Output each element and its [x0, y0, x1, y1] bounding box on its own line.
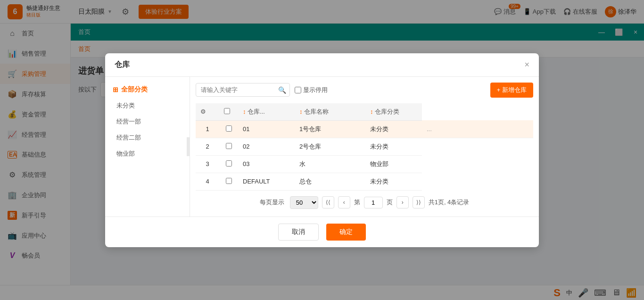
show-disabled-label[interactable]: 显示停用: [295, 86, 328, 94]
sort-name-icon: ↕: [299, 108, 303, 115]
cell-category: 物业部: [365, 155, 422, 173]
dialog-body: ⊞ 全部分类 未分类 经营一部 经营二部 物业部 《 🔍: [105, 77, 539, 217]
cell-actions[interactable]: ...: [422, 120, 533, 138]
col-header-name[interactable]: ↕ 仓库名称: [295, 103, 365, 121]
cell-code: 03: [238, 155, 295, 173]
table-body: 1 01 1号仓库 未分类 ... 2 02 2号仓库 未分类 3 03 水 物…: [196, 120, 533, 190]
table-row[interactable]: 4 DEFAULT 总仓 未分类: [196, 173, 533, 190]
pagination-row: 每页显示 50 10 20 100 ⟨⟨ ‹ 第 页 › ⟩⟩ 共1页, 4条记…: [196, 191, 533, 211]
col-header-check: [219, 103, 238, 121]
page-input[interactable]: [364, 197, 383, 208]
row-checkbox[interactable]: [226, 143, 232, 149]
page-next-button[interactable]: ›: [396, 196, 409, 208]
table-row[interactable]: 2 02 2号仓库 未分类: [196, 138, 533, 155]
category-item-2[interactable]: 经营二部: [105, 130, 190, 146]
category-collapse-button[interactable]: 《: [187, 137, 190, 156]
category-item-0[interactable]: 未分类: [105, 98, 190, 114]
page-size-select[interactable]: 50 10 20 100: [290, 196, 318, 209]
cell-code: 02: [238, 138, 295, 155]
warehouse-dialog: 仓库 × ⊞ 全部分类 未分类 经营一部 经营二部 物业部 《: [105, 53, 539, 247]
dialog-close-button[interactable]: ×: [524, 60, 529, 70]
category-item-3[interactable]: 物业部: [105, 146, 190, 162]
category-sidebar: ⊞ 全部分类 未分类 经营一部 经营二部 物业部 《: [105, 77, 190, 217]
row-checkbox[interactable]: [226, 178, 232, 184]
table-scroll: ⚙ ↕ 仓库... ↕: [196, 103, 533, 191]
dialog-title: 仓库: [115, 60, 130, 70]
col-header-code[interactable]: ↕ 仓库...: [238, 103, 295, 121]
search-input[interactable]: [196, 83, 290, 97]
table-row[interactable]: 1 01 1号仓库 未分类 ...: [196, 120, 533, 138]
dialog-overlay: 仓库 × ⊞ 全部分类 未分类 经营一部 经营二部 物业部 《: [0, 0, 644, 300]
cell-check: [219, 120, 238, 138]
category-all-label: 全部分类: [121, 85, 148, 94]
search-icon[interactable]: 🔍: [278, 86, 286, 94]
page-unit: 页: [387, 198, 393, 207]
cell-name: 水: [295, 155, 365, 173]
cell-index: 3: [196, 155, 219, 173]
show-disabled-text: 显示停用: [303, 86, 328, 94]
grid-icon: ⊞: [113, 86, 118, 93]
cell-category: 未分类: [365, 120, 422, 138]
cell-category: 未分类: [365, 138, 422, 155]
page-total: 共1页, 4条记录: [429, 198, 470, 207]
confirm-button[interactable]: 确定: [326, 224, 366, 241]
col-header-category[interactable]: ↕ 仓库分类: [365, 103, 422, 121]
cell-code: 01: [238, 120, 295, 138]
cell-check: [219, 155, 238, 173]
dialog-header: 仓库 ×: [105, 53, 539, 77]
gear-icon: ⚙: [200, 108, 206, 115]
cell-check: [219, 173, 238, 190]
add-warehouse-button[interactable]: + 新增仓库: [490, 83, 533, 98]
cell-check: [219, 138, 238, 155]
table-head: ⚙ ↕ 仓库... ↕: [196, 103, 533, 121]
page-prev-button[interactable]: ‹: [338, 196, 350, 208]
cell-code: DEFAULT: [238, 173, 295, 190]
search-wrap: 🔍: [196, 83, 290, 97]
cell-category: 未分类: [365, 173, 422, 190]
cell-index: 4: [196, 173, 219, 190]
page-last-button[interactable]: ⟩⟩: [413, 196, 425, 208]
cell-name: 1号仓库: [295, 120, 365, 138]
row-checkbox[interactable]: [226, 125, 232, 132]
category-item-1[interactable]: 经营一部: [105, 114, 190, 130]
page-first-button[interactable]: ⟨⟨: [322, 196, 334, 208]
table-area: 🔍 显示停用 + 新增仓库 ⚙: [190, 77, 539, 217]
cell-index: 2: [196, 138, 219, 155]
cancel-button[interactable]: 取消: [278, 224, 319, 241]
cell-name: 2号仓库: [295, 138, 365, 155]
page-label: 第: [354, 198, 360, 207]
show-disabled-checkbox[interactable]: [295, 87, 301, 93]
row-checkbox[interactable]: [226, 160, 232, 167]
cell-name: 总仓: [295, 173, 365, 190]
select-all-checkbox[interactable]: [224, 108, 230, 114]
category-all[interactable]: ⊞ 全部分类: [105, 82, 190, 98]
cell-index: 1: [196, 120, 219, 138]
sort-cat-icon: ↕: [370, 108, 373, 115]
table-row[interactable]: 3 03 水 物业部: [196, 155, 533, 173]
dialog-footer: 取消 确定: [105, 217, 539, 247]
table-header-row: ⚙ ↕ 仓库... ↕: [196, 103, 533, 121]
page-size-label: 每页显示: [260, 198, 284, 207]
sort-icon: ↕: [243, 108, 246, 115]
table-toolbar: 🔍 显示停用 + 新增仓库: [196, 83, 533, 98]
col-header-settings: ⚙: [196, 103, 219, 121]
warehouse-table: ⚙ ↕ 仓库... ↕: [196, 103, 533, 191]
